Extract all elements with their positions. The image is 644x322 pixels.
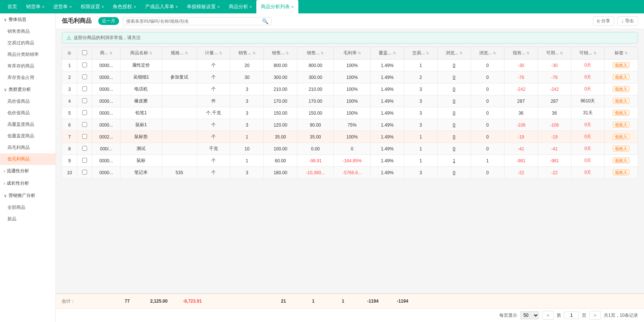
sidebar-item-low-margin[interactable]: 低毛利商品	[0, 153, 55, 165]
row-checkbox[interactable]	[82, 63, 87, 67]
views1-link[interactable]: 0	[453, 170, 455, 175]
row-checkbox[interactable]	[82, 170, 87, 175]
close-icon[interactable]: ×	[217, 4, 220, 9]
cell-checkbox[interactable]	[77, 167, 92, 179]
views1-link[interactable]: 0	[453, 87, 455, 92]
col-code[interactable]: 商... ⇅	[92, 47, 121, 60]
views1-link[interactable]: 0	[453, 146, 455, 152]
prev-page-button[interactable]: ＜	[542, 311, 554, 320]
col-views2[interactable]: 浏览... ⇅	[471, 47, 504, 60]
sidebar-item-stock-fund[interactable]: 库存资金占用	[0, 72, 55, 83]
row-checkbox[interactable]	[82, 86, 87, 91]
cell-checkbox[interactable]	[77, 131, 92, 143]
cell-checkbox[interactable]	[77, 60, 92, 71]
cell-views1[interactable]: 0	[438, 71, 471, 83]
nav-home[interactable]: 首页	[3, 0, 22, 13]
col-name[interactable]: 商品名称 ⇅	[121, 47, 162, 60]
col-spec[interactable]: 规格... ⇅	[162, 47, 197, 60]
cell-views1[interactable]: 1	[438, 155, 471, 167]
col-sales-price[interactable]: 销售... ⇅	[264, 47, 297, 60]
sidebar-section-overall[interactable]: ∨ 整体信息	[0, 13, 55, 26]
export-button[interactable]: ↓ 导出	[617, 16, 638, 26]
col-gear[interactable]: ⚙	[62, 47, 77, 60]
row-checkbox[interactable]	[82, 74, 87, 79]
cell-checkbox[interactable]	[77, 143, 92, 155]
col-current-stock[interactable]: 现有... ⇅	[504, 47, 538, 60]
select-all-checkbox[interactable]	[82, 50, 87, 55]
sidebar-item-low-value[interactable]: 低价值商品	[0, 107, 55, 119]
page-number-input[interactable]	[564, 312, 579, 319]
views1-link[interactable]: 0	[453, 111, 455, 116]
views1-link[interactable]: 0	[453, 75, 455, 80]
col-gross-margin[interactable]: 毛利率 ⇅	[334, 47, 371, 60]
sidebar-item-traded-goods[interactable]: 交易过的商品	[0, 37, 55, 49]
sidebar-item-high-coverage[interactable]: 高覆盖度商品	[0, 119, 55, 130]
col-sales-qty[interactable]: 销售... ⇅	[230, 47, 264, 60]
sidebar-item-high-value[interactable]: 高价值商品	[0, 96, 55, 107]
sidebar-section-cluster[interactable]: ∨ 类群度分析	[0, 83, 55, 96]
nav-role-auth[interactable]: 角色授权 ×	[108, 0, 140, 13]
cell-views1[interactable]: 0	[438, 107, 471, 119]
share-button[interactable]: ⎘ 分享	[593, 16, 614, 26]
cell-checkbox[interactable]	[77, 155, 92, 167]
col-sales-amount[interactable]: 销售... ⇅	[297, 47, 334, 60]
nav-sales[interactable]: 销货单 ×	[22, 0, 49, 13]
row-checkbox[interactable]	[82, 110, 87, 115]
close-icon[interactable]: ×	[176, 4, 178, 9]
nav-product-entry[interactable]: 产成品入库单 ×	[141, 0, 182, 13]
cell-checkbox[interactable]	[77, 83, 92, 95]
settings-icon[interactable]: ⚙	[67, 51, 71, 56]
sidebar-item-low-coverage[interactable]: 低覆盖度商品	[0, 130, 55, 142]
table-wrapper[interactable]: ⚙ 商... ⇅ 商品名称 ⇅ 规格... ⇅ 计量... ⇅ 销售... ⇅ …	[56, 47, 644, 293]
cell-views1[interactable]: 0	[438, 95, 471, 107]
sidebar-item-sales-goods[interactable]: 销售类商品	[0, 26, 55, 37]
row-checkbox[interactable]	[82, 134, 87, 139]
sidebar-section-growth[interactable]: › 成长性分析	[0, 177, 55, 189]
cell-checkbox[interactable]	[77, 107, 92, 119]
nav-analysis-list[interactable]: 商品分析列表 ×	[256, 0, 298, 13]
next-page-button[interactable]: ＞	[589, 311, 601, 320]
col-unit[interactable]: 计量... ⇅	[197, 47, 230, 60]
nav-template-settings[interactable]: 单据模板设置 ×	[182, 0, 224, 13]
close-icon[interactable]: ×	[250, 4, 252, 9]
row-checkbox[interactable]	[82, 122, 87, 127]
row-checkbox[interactable]	[82, 146, 87, 151]
cell-checkbox[interactable]	[77, 119, 92, 131]
col-views1[interactable]: 浏览... ⇅	[438, 47, 471, 60]
search-icon[interactable]: 🔍	[262, 18, 268, 24]
views1-link[interactable]: 0	[453, 99, 455, 104]
cell-views1[interactable]: 0	[438, 143, 471, 155]
row-checkbox[interactable]	[82, 98, 87, 103]
col-available[interactable]: 可用... ⇅	[538, 47, 571, 60]
nav-permissions[interactable]: 权限设置 ×	[76, 0, 108, 13]
views1-link[interactable]: 1	[453, 158, 455, 163]
cell-views1[interactable]: 0	[438, 83, 471, 95]
sidebar-item-all-goods[interactable]: 全部商品	[0, 202, 55, 213]
time-filter-button[interactable]: 近一月	[98, 17, 119, 25]
views1-link[interactable]: 0	[453, 134, 455, 140]
sidebar-item-high-margin[interactable]: 高毛利商品	[0, 142, 55, 153]
nav-purchase[interactable]: 进货单 ×	[49, 0, 76, 13]
sidebar-item-in-stock[interactable]: 有库存的商品	[0, 60, 55, 72]
cell-views1[interactable]: 0	[438, 131, 471, 143]
close-icon[interactable]: ×	[102, 4, 104, 9]
col-coverage[interactable]: 覆盖... ⇅	[371, 47, 404, 60]
nav-product-analysis[interactable]: 商品分析 ×	[224, 0, 256, 13]
cell-views1[interactable]: 0	[438, 60, 471, 71]
sidebar-section-flow[interactable]: › 流通性分析	[0, 165, 55, 177]
cell-checkbox[interactable]	[77, 71, 92, 83]
cell-views1[interactable]: 0	[438, 119, 471, 131]
close-icon[interactable]: ×	[134, 4, 136, 9]
col-transactions[interactable]: 交易... ⇅	[404, 47, 438, 60]
search-input[interactable]	[126, 19, 262, 24]
cell-checkbox[interactable]	[77, 95, 92, 107]
views1-link[interactable]: 0	[453, 122, 455, 128]
row-checkbox[interactable]	[82, 158, 87, 163]
views1-link[interactable]: 0	[453, 63, 455, 68]
sidebar-section-marketing[interactable]: ∨ 营销推广分析	[0, 189, 55, 202]
close-icon[interactable]: ×	[291, 4, 294, 9]
close-icon[interactable]: ×	[69, 4, 71, 9]
cell-views1[interactable]: 0	[438, 167, 471, 179]
col-saleable[interactable]: 可销... ⇅	[571, 47, 605, 60]
sidebar-item-new-goods[interactable]: 新品	[0, 213, 55, 225]
